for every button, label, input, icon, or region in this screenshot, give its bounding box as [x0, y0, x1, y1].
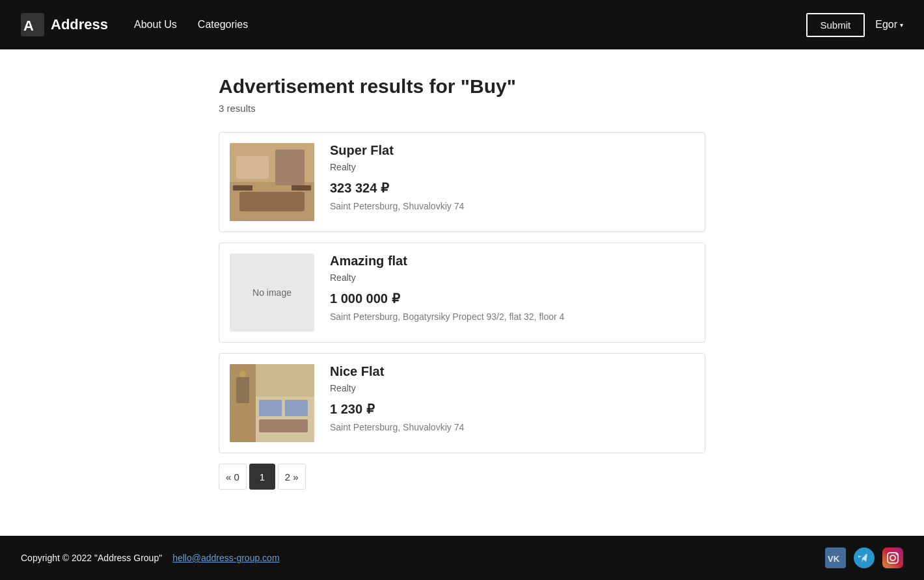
svg-rect-7 — [233, 185, 252, 191]
listing-category-2: Realty — [330, 272, 694, 283]
content-wrapper: Advertisement results for "Buy" 3 result… — [208, 75, 716, 490]
footer: Copyright © 2022 "Address Group" hello@a… — [0, 536, 924, 580]
listing-title-1: Super Flat — [330, 143, 694, 158]
no-image-label: No image — [252, 287, 292, 298]
room-illustration-3 — [230, 364, 314, 442]
listing-card-2[interactable]: No image Amazing flat Realty 1 000 000 ₽… — [219, 243, 705, 343]
listing-address-1: Saint Petersburg, Shuvalovkiy 74 — [330, 201, 694, 211]
pagination-prev[interactable]: « 0 — [219, 464, 247, 490]
svg-rect-4 — [236, 156, 269, 179]
svg-text:A: A — [23, 18, 34, 34]
svg-point-23 — [896, 553, 898, 555]
listing-category-3: Realty — [330, 383, 694, 393]
listing-address-3: Saint Petersburg, Shuvalovkiy 74 — [330, 422, 694, 432]
svg-rect-14 — [259, 419, 308, 432]
brand-link[interactable]: A Address — [21, 13, 108, 36]
listing-title-3: Nice Flat — [330, 364, 694, 379]
main-content: Advertisement results for "Buy" 3 result… — [0, 49, 924, 536]
svg-rect-20 — [882, 547, 903, 568]
listing-address-2: Saint Petersburg, Bogatyrsiky Propect 93… — [330, 311, 694, 322]
navbar-links: About Us Categories — [134, 19, 806, 31]
user-menu-caret-icon: ▾ — [900, 21, 903, 29]
listing-title-2: Amazing flat — [330, 254, 694, 269]
footer-left: Copyright © 2022 "Address Group" hello@a… — [21, 553, 280, 563]
svg-rect-12 — [259, 400, 282, 416]
brand-name: Address — [51, 16, 108, 33]
nav-categories[interactable]: Categories — [198, 19, 248, 31]
room-illustration-1 — [230, 143, 314, 221]
svg-rect-6 — [239, 192, 305, 211]
svg-rect-8 — [292, 185, 311, 191]
pagination-current[interactable]: 1 — [249, 464, 275, 490]
navbar-actions: Submit Egor ▾ — [806, 13, 903, 37]
listing-category-1: Realty — [330, 162, 694, 172]
svg-rect-5 — [275, 150, 305, 185]
footer-icons: VK — [825, 547, 903, 568]
svg-rect-13 — [285, 400, 308, 416]
user-menu[interactable]: Egor ▾ — [875, 19, 903, 31]
navbar: A Address About Us Categories Submit Ego… — [0, 0, 924, 49]
listing-image-3 — [230, 364, 314, 442]
instagram-icon[interactable] — [882, 547, 903, 568]
page-title: Advertisement results for "Buy" — [219, 75, 705, 98]
footer-email[interactable]: hello@address-group.com — [172, 553, 279, 563]
listing-info-3: Nice Flat Realty 1 230 ₽ Saint Petersbur… — [330, 364, 694, 432]
listing-info-2: Amazing flat Realty 1 000 000 ₽ Saint Pe… — [330, 254, 694, 322]
listing-price-2: 1 000 000 ₽ — [330, 291, 694, 306]
listing-image-1 — [230, 143, 314, 221]
vk-icon[interactable]: VK — [825, 547, 846, 568]
listing-info-1: Super Flat Realty 323 324 ₽ Saint Peters… — [330, 143, 694, 211]
svg-point-16 — [239, 371, 246, 377]
listing-price-1: 323 324 ₽ — [330, 180, 694, 196]
pagination-next[interactable]: 2 » — [278, 464, 306, 490]
submit-button[interactable]: Submit — [806, 13, 865, 37]
telegram-icon[interactable] — [854, 547, 875, 568]
results-count: 3 results — [219, 103, 705, 114]
user-name: Egor — [875, 19, 897, 31]
svg-text:VK: VK — [828, 554, 840, 564]
footer-copyright: Copyright © 2022 "Address Group" — [21, 553, 162, 563]
listing-price-3: 1 230 ₽ — [330, 401, 694, 417]
listing-card-1[interactable]: Super Flat Realty 323 324 ₽ Saint Peters… — [219, 132, 705, 232]
brand-logo-icon: A — [21, 13, 44, 36]
svg-rect-15 — [236, 377, 249, 403]
listing-image-2: No image — [230, 254, 314, 332]
pagination: « 0 1 2 » — [219, 464, 705, 490]
nav-about-us[interactable]: About Us — [134, 19, 177, 31]
listing-card-3[interactable]: Nice Flat Realty 1 230 ₽ Saint Petersbur… — [219, 353, 705, 453]
